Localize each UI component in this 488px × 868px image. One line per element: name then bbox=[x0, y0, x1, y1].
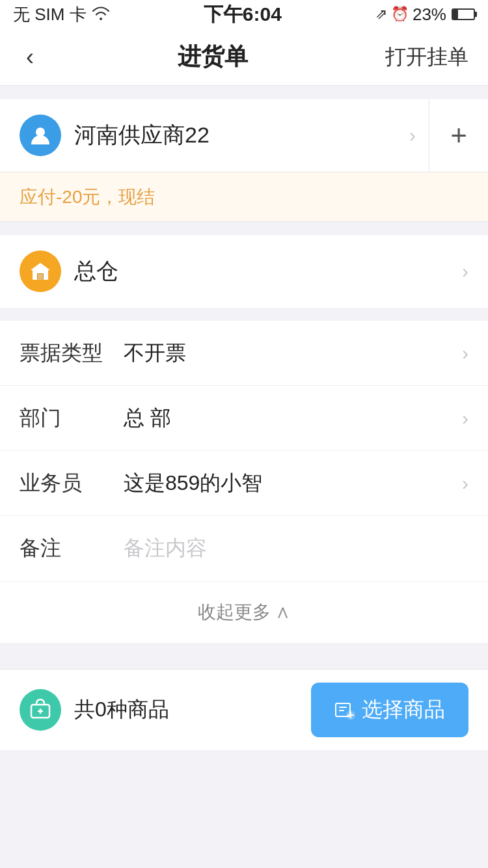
invoice-row[interactable]: 票据类型 不开票 › bbox=[0, 321, 488, 386]
gap-4 bbox=[0, 643, 488, 656]
notice-banner: 应付-20元，现结 bbox=[0, 172, 488, 222]
battery-text: 23% bbox=[413, 5, 446, 25]
warehouse-icon bbox=[20, 251, 61, 292]
open-pending-button[interactable]: 打开挂单 bbox=[385, 43, 468, 72]
select-product-label: 选择商品 bbox=[362, 696, 445, 724]
warehouse-chevron-icon: › bbox=[462, 260, 468, 282]
collapse-row[interactable]: 收起更多 ∧ bbox=[0, 581, 488, 643]
nav-bar: ‹ 进货单 打开挂单 bbox=[0, 29, 488, 86]
notice-text: 应付-20元，现结 bbox=[20, 187, 155, 207]
gap-1 bbox=[0, 86, 488, 99]
supplier-name: 河南供应商22 bbox=[74, 120, 403, 150]
invoice-label: 票据类型 bbox=[20, 339, 124, 368]
status-bar: 无 SIM 卡 下午6:04 ⇗ ⏰ 23% bbox=[0, 0, 488, 29]
back-button[interactable]: ‹ bbox=[20, 37, 40, 77]
sales-value: 这是859的小智 bbox=[124, 469, 455, 498]
warehouse-name: 总仓 bbox=[74, 256, 455, 286]
sales-chevron-icon: › bbox=[462, 472, 468, 495]
bottom-bar: 共0种商品 选择商品 bbox=[0, 669, 488, 750]
product-icon bbox=[20, 689, 61, 731]
supplier-section: 河南供应商22 › + bbox=[0, 99, 488, 172]
status-left: 无 SIM 卡 bbox=[13, 3, 110, 26]
gap-3 bbox=[0, 308, 488, 321]
wifi-icon bbox=[92, 5, 110, 25]
carrier-text: 无 SIM 卡 bbox=[13, 3, 87, 26]
status-time: 下午6:04 bbox=[204, 1, 282, 28]
svg-rect-5 bbox=[38, 274, 43, 280]
svg-marker-2 bbox=[31, 263, 50, 270]
product-count: 共0种商品 bbox=[74, 696, 311, 724]
add-supplier-button[interactable]: + bbox=[429, 99, 488, 172]
invoice-value: 不开票 bbox=[124, 339, 455, 368]
supplier-chevron-icon: › bbox=[409, 124, 416, 146]
remark-row[interactable]: 备注 备注内容 bbox=[0, 516, 488, 581]
dept-row[interactable]: 部门 总 部 › bbox=[0, 386, 488, 451]
supplier-row[interactable]: 河南供应商22 › bbox=[0, 99, 429, 172]
location-icon: ⇗ bbox=[375, 6, 387, 23]
dept-chevron-icon: › bbox=[462, 407, 468, 429]
alarm-icon: ⏰ bbox=[391, 6, 409, 23]
sales-row[interactable]: 业务员 这是859的小智 › bbox=[0, 451, 488, 516]
invoice-chevron-icon: › bbox=[462, 342, 468, 364]
status-right: ⇗ ⏰ 23% bbox=[375, 5, 475, 25]
svg-point-0 bbox=[36, 128, 45, 137]
battery-icon bbox=[452, 8, 475, 20]
page-title: 进货单 bbox=[178, 41, 248, 73]
select-product-button[interactable]: 选择商品 bbox=[311, 683, 468, 737]
gap-2 bbox=[0, 222, 488, 235]
warehouse-row[interactable]: 总仓 › bbox=[0, 235, 488, 308]
supplier-avatar bbox=[20, 115, 61, 156]
sales-label: 业务员 bbox=[20, 469, 124, 498]
collapse-label: 收起更多 ∧ bbox=[198, 600, 291, 625]
remark-label: 备注 bbox=[20, 534, 124, 563]
dept-value: 总 部 bbox=[124, 404, 455, 433]
form-section: 票据类型 不开票 › 部门 总 部 › 业务员 这是859的小智 › 备注 备注… bbox=[0, 321, 488, 581]
remark-input[interactable]: 备注内容 bbox=[124, 534, 468, 563]
dept-label: 部门 bbox=[20, 404, 124, 433]
warehouse-section: 总仓 › bbox=[0, 235, 488, 308]
